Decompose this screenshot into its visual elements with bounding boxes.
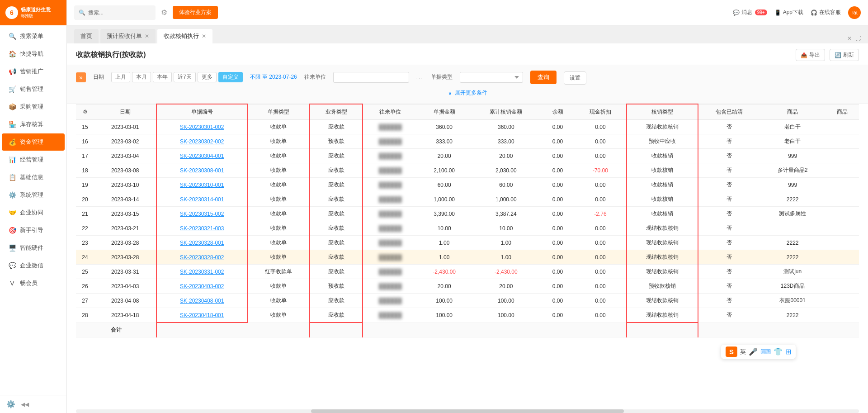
filter-this-month-btn[interactable]: 本月 bbox=[132, 72, 151, 82]
online-service-button[interactable]: 🎧 在线客服 bbox=[811, 9, 841, 16]
tab-close-all-icon[interactable]: ✕ bbox=[847, 35, 852, 42]
cell-include-settled: 否 bbox=[698, 250, 760, 265]
app-download-button[interactable]: 📱 App下载 bbox=[774, 9, 803, 16]
industry-solution-button[interactable]: 体验行业方案 bbox=[173, 6, 218, 19]
export-button[interactable]: 📤 导出 bbox=[796, 49, 825, 61]
refresh-button[interactable]: 🔄 刷新 bbox=[830, 49, 859, 61]
sidebar-item-operation[interactable]: 📊经营管理 bbox=[2, 151, 65, 168]
query-button[interactable]: 查询 bbox=[530, 71, 557, 84]
table-row: 18 2023-03-08 SK-20230308-001 收款单 应收款 ██… bbox=[76, 163, 859, 178]
sidebar-item-system[interactable]: ⚙️系统管理 bbox=[2, 186, 65, 204]
sidebar-item-purchase[interactable]: 📦采购管理 bbox=[2, 98, 65, 115]
filter-row-main: » 日期 上月 本月 本年 近7天 更多 自定义 不限 至 2023-07-26… bbox=[76, 70, 859, 85]
messages-button[interactable]: 💬 消息 99+ bbox=[733, 9, 767, 16]
filter-partner-label: 往来单位 bbox=[304, 73, 326, 81]
topbar: 🔍 ⚙ 体验行业方案 💬 消息 99+ 📱 App下载 🎧 在线客服 Rit bbox=[67, 0, 868, 25]
cell-doc-no[interactable]: SK-20230301-002 bbox=[156, 120, 247, 134]
sidebar-label-basic: 基础信息 bbox=[20, 173, 43, 181]
cell-date: 2023-03-31 bbox=[94, 265, 156, 279]
cell-row-num: 24 bbox=[76, 250, 94, 265]
cell-doc-no[interactable]: SK-20230321-003 bbox=[156, 221, 247, 236]
sidebar-item-corp[interactable]: 🤝企业协同 bbox=[2, 204, 65, 221]
sidebar-item-finance[interactable]: 💰资金管理 bbox=[2, 133, 65, 151]
cell-verify-type: 现结收款核销 bbox=[627, 221, 698, 236]
filter-doc-type-select[interactable] bbox=[460, 72, 523, 83]
cell-cash-discount: -2.76 bbox=[575, 207, 627, 221]
sidebar-label-purchase: 采购管理 bbox=[20, 103, 43, 111]
tab-prepay[interactable]: 预计应收付单 ✕ bbox=[100, 29, 156, 43]
cell-date: 2023-04-08 bbox=[94, 294, 156, 308]
search-icon: 🔍 bbox=[79, 9, 85, 16]
filter-partner-input[interactable] bbox=[333, 72, 409, 83]
col-header-doc-no: 单据编号 bbox=[156, 104, 247, 120]
col-header-settings[interactable]: ⚙ bbox=[76, 104, 94, 120]
sidebar-icon-basic: 📋 bbox=[8, 174, 16, 181]
topbar-search-box[interactable]: 🔍 bbox=[74, 5, 156, 20]
table-row: 26 2023-04-03 SK-20230403-002 收款单 预收款 ██… bbox=[76, 279, 859, 294]
filter-more-btn[interactable]: 更多 bbox=[198, 72, 217, 82]
cell-product2 bbox=[826, 294, 859, 308]
cell-doc-no[interactable]: SK-20230331-002 bbox=[156, 265, 247, 279]
cell-amount: 20.00 bbox=[417, 149, 471, 163]
sidebar-item-shortcut[interactable]: 🏠快捷导航 bbox=[2, 45, 65, 62]
sidebar-item-member[interactable]: V畅会员 bbox=[2, 275, 65, 292]
cell-doc-no[interactable]: SK-20230304-001 bbox=[156, 149, 247, 163]
col-header-doc-type: 单据类型 bbox=[247, 104, 310, 120]
sidebar-item-search[interactable]: 🔍搜索菜单 bbox=[2, 28, 65, 45]
sidebar-item-guide[interactable]: 🎯新手引导 bbox=[2, 222, 65, 239]
app-logo: 6 畅康道好生意 标推版 bbox=[0, 0, 66, 25]
cell-doc-type: 收款单 bbox=[247, 236, 310, 250]
avatar[interactable]: Rit bbox=[848, 6, 861, 19]
cell-doc-no[interactable]: SK-20230408-001 bbox=[156, 294, 247, 308]
filter-custom-btn[interactable]: 自定义 bbox=[218, 72, 243, 82]
cell-doc-no[interactable]: SK-20230315-002 bbox=[156, 207, 247, 221]
filter-expand-button[interactable]: » bbox=[76, 72, 86, 82]
sidebar-item-hardware[interactable]: 🖥️智能硬件 bbox=[2, 239, 65, 256]
cell-doc-no[interactable]: SK-20230403-002 bbox=[156, 279, 247, 294]
cell-partner: ██████ bbox=[363, 250, 417, 265]
filter-this-year-btn[interactable]: 本年 bbox=[153, 72, 172, 82]
sidebar-item-wechat[interactable]: 💬企业微信 bbox=[2, 257, 65, 274]
scrollbar-thumb[interactable] bbox=[311, 409, 624, 413]
tab-home[interactable]: 首页 bbox=[74, 29, 99, 43]
sidebar-item-inventory[interactable]: 🏪库存核算 bbox=[2, 116, 65, 133]
cell-doc-type: 红字收款单 bbox=[247, 265, 310, 279]
cell-balance: 0.00 bbox=[541, 308, 575, 323]
cell-partner: ██████ bbox=[363, 120, 417, 134]
cell-doc-no[interactable]: SK-20230308-001 bbox=[156, 163, 247, 178]
sidebar-collapse-icon[interactable]: ◀◀ bbox=[21, 401, 29, 408]
cell-product2 bbox=[826, 192, 859, 207]
sidebar-item-marketing[interactable]: 📢营销推广 bbox=[2, 63, 65, 80]
cell-total-doc-type bbox=[247, 323, 310, 337]
filter-expand-more[interactable]: ∨ 展开更多条件 bbox=[76, 87, 859, 99]
search-input[interactable] bbox=[88, 9, 142, 16]
sidebar-icon-guide: 🎯 bbox=[8, 227, 16, 234]
tab-receipt-close[interactable]: ✕ bbox=[202, 33, 206, 39]
cell-product: 2222 bbox=[760, 192, 826, 207]
cell-date: 2023-04-03 bbox=[94, 279, 156, 294]
cell-doc-no[interactable]: SK-20230328-002 bbox=[156, 250, 247, 265]
sidebar-item-sales[interactable]: 🛒销售管理 bbox=[2, 81, 65, 98]
logo-icon: 6 bbox=[5, 6, 18, 19]
filter-last-month-btn[interactable]: 上月 bbox=[111, 72, 130, 82]
tab-prepay-close[interactable]: ✕ bbox=[145, 33, 149, 39]
cell-biz-type: 应收款 bbox=[310, 163, 363, 178]
cell-doc-no[interactable]: SK-20230302-002 bbox=[156, 134, 247, 149]
column-settings-icon[interactable]: ⚙ bbox=[83, 109, 88, 115]
tab-expand-icon[interactable]: ⛶ bbox=[855, 35, 861, 42]
topbar-gear-icon[interactable]: ⚙ bbox=[161, 8, 167, 17]
cell-total-verified bbox=[471, 323, 541, 337]
sidebar-item-basic[interactable]: 📋基础信息 bbox=[2, 169, 65, 186]
cell-balance: 0.00 bbox=[541, 134, 575, 149]
cell-doc-no[interactable]: SK-20230314-001 bbox=[156, 192, 247, 207]
settings-button[interactable]: 设置 bbox=[564, 71, 586, 85]
filter-7days-btn[interactable]: 近7天 bbox=[174, 72, 196, 82]
cell-doc-no[interactable]: SK-20230328-001 bbox=[156, 236, 247, 250]
cell-doc-no[interactable]: SK-20230310-001 bbox=[156, 178, 247, 192]
table-scrollbar[interactable] bbox=[76, 409, 859, 413]
col-header-date: 日期 bbox=[94, 104, 156, 120]
tab-receipt[interactable]: 收款核销执行 ✕ bbox=[157, 29, 212, 43]
cell-row-num: 18 bbox=[76, 163, 94, 178]
sidebar-settings-icon[interactable]: ⚙️ bbox=[6, 400, 15, 408]
cell-doc-no[interactable]: SK-20230418-001 bbox=[156, 308, 247, 323]
